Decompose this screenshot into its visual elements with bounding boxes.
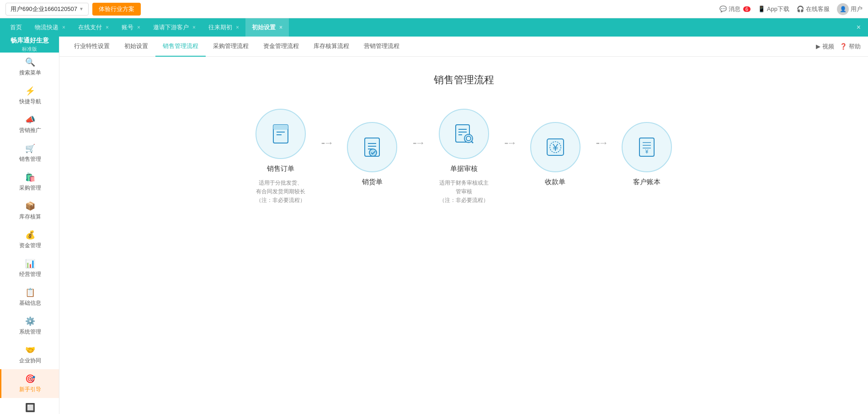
user-name-label: 用户 bbox=[851, 5, 863, 13]
app-download-label: App下载 bbox=[767, 5, 789, 13]
experience-btn[interactable]: 体验行业方案 bbox=[92, 3, 141, 16]
lightning-icon: ⚡ bbox=[25, 86, 35, 96]
svg-rect-4 bbox=[273, 125, 288, 130]
flow-circle-sales-order bbox=[256, 109, 306, 159]
flow-circle-delivery bbox=[347, 122, 397, 172]
sidebar-item-sales[interactable]: 🛒 销售管理 bbox=[0, 139, 59, 168]
online-service-btn[interactable]: 🎧 在线客服 bbox=[797, 5, 830, 13]
chart-icon: 📊 bbox=[25, 259, 35, 269]
download-icon: 📱 bbox=[758, 5, 765, 12]
message-badge: 6 bbox=[743, 6, 751, 12]
sidebar-quicknav-label: 快捷导航 bbox=[19, 98, 41, 106]
content-area: 行业特性设置 初始设置 销售管理流程 采购管理流程 资金管理流程 库存核算流程 … bbox=[59, 37, 868, 414]
box-icon: 📦 bbox=[25, 201, 35, 211]
help-label: 帮助 bbox=[849, 42, 861, 51]
user-selector[interactable]: 用户690企业1660120507 ▼ bbox=[5, 3, 89, 16]
subtab-finance-flow[interactable]: 资金管理流程 bbox=[256, 37, 306, 57]
tab-payment-close[interactable]: × bbox=[106, 24, 109, 31]
tab-home[interactable]: 首页 bbox=[4, 18, 28, 37]
subtab-init-settings[interactable]: 初始设置 bbox=[117, 37, 155, 57]
tab-period[interactable]: 往来期初 × bbox=[202, 18, 245, 37]
sidebar-item-search[interactable]: 🔍 搜索菜单 bbox=[0, 53, 59, 81]
user-avatar-btn[interactable]: 👤 用户 bbox=[837, 3, 863, 15]
flow-step-receipt[interactable]: ¥ 收款单 bbox=[519, 122, 592, 192]
sidebar-item-marketing[interactable]: 📣 营销推广 bbox=[0, 110, 59, 139]
step-name-receipt: 收款单 bbox=[545, 178, 565, 186]
flow-arrow-4: ···→ bbox=[596, 137, 607, 176]
bag-icon: 🛍️ bbox=[25, 172, 35, 182]
sidebar-item-quick-nav[interactable]: ⚡ 快捷导航 bbox=[0, 81, 59, 110]
main-layout: 畅库通好生意 标准版 🔍 搜索菜单 ⚡ 快捷导航 📣 营销推广 🛒 销售管理 🛍… bbox=[0, 37, 868, 414]
app-download-btn[interactable]: 📱 App下载 bbox=[758, 5, 789, 13]
subtab-inventoryflow-label: 库存核算流程 bbox=[314, 42, 349, 50]
sidebar-item-newbie[interactable]: 🎯 新手引导 bbox=[0, 369, 59, 398]
subtab-initsettings-label: 初始设置 bbox=[124, 42, 148, 50]
sidebar-item-system[interactable]: ⚙️ 系统管理 bbox=[0, 312, 59, 340]
sidebar-entcoop-label: 企业协同 bbox=[19, 357, 41, 365]
subtab-purchase-flow[interactable]: 采购管理流程 bbox=[206, 37, 256, 57]
sidebar-item-basic-info[interactable]: 📋 基础信息 bbox=[0, 283, 59, 312]
handshake-icon: 🤝 bbox=[25, 345, 35, 355]
flow-circle-customer-account: ¥ bbox=[622, 122, 672, 172]
tab-account-close[interactable]: × bbox=[137, 24, 140, 31]
tab-home-label: 首页 bbox=[10, 23, 22, 32]
svg-text:¥: ¥ bbox=[552, 142, 559, 153]
flow-title: 销售管理流程 bbox=[78, 73, 850, 87]
step-desc-sales-order: 适用于分批发货、有合同发货周期较长（注：非必要流程） bbox=[256, 179, 305, 205]
subtab-marketing-flow[interactable]: 营销管理流程 bbox=[357, 37, 407, 57]
video-btn[interactable]: ▶ 视频 bbox=[816, 42, 834, 51]
cart-icon: 🛒 bbox=[25, 143, 35, 154]
logo-sub: 标准版 bbox=[22, 46, 37, 53]
flow-circle-doc-review bbox=[439, 109, 489, 159]
tab-logistics[interactable]: 物流快递 × bbox=[28, 18, 72, 37]
close-all-tabs-btn[interactable]: × bbox=[853, 23, 864, 32]
gear-icon: ⚙️ bbox=[25, 316, 35, 326]
message-icon: 💬 bbox=[719, 5, 727, 12]
flow-step-sales-order[interactable]: 销售订单 适用于分批发货、有合同发货周期较长（注：非必要流程） bbox=[244, 109, 317, 205]
sidebar-system-label: 系统管理 bbox=[19, 328, 41, 336]
sub-tabs-right: ▶ 视频 ❓ 帮助 bbox=[816, 42, 861, 51]
play-icon: ▶ bbox=[816, 43, 820, 50]
subtab-industry[interactable]: 行业特性设置 bbox=[67, 37, 117, 57]
tab-payment[interactable]: 在线支付 × bbox=[72, 18, 115, 37]
tab-period-close[interactable]: × bbox=[236, 24, 239, 31]
tab-invite[interactable]: 邀请下游客户 × bbox=[147, 18, 202, 37]
top-bar-right: 💬 消息 6 📱 App下载 🎧 在线客服 👤 用户 bbox=[719, 3, 863, 15]
tab-init-close[interactable]: × bbox=[279, 24, 282, 31]
tab-invite-label: 邀请下游客户 bbox=[153, 23, 189, 32]
flow-step-delivery[interactable]: 销货单 bbox=[335, 122, 409, 192]
step-name-delivery: 销货单 bbox=[362, 178, 383, 186]
subtab-inventory-flow[interactable]: 库存核算流程 bbox=[306, 37, 357, 57]
tab-logistics-label: 物流快递 bbox=[35, 23, 59, 32]
sidebar-item-finance[interactable]: 💰 资金管理 bbox=[0, 225, 59, 254]
message-btn[interactable]: 💬 消息 6 bbox=[719, 5, 751, 13]
flow-step-doc-review[interactable]: 单据审核 适用于财务审核或主管审核（注：非必要流程） bbox=[427, 109, 501, 205]
tab-invite-close[interactable]: × bbox=[192, 24, 196, 31]
flow-arrow-3: ···→ bbox=[504, 137, 515, 176]
grid-icon: 🔲 bbox=[25, 403, 35, 413]
tab-account-label: 账号 bbox=[122, 23, 133, 32]
user-label: 用户690企业1660120507 bbox=[11, 5, 77, 13]
sidebar-item-app-center[interactable]: 🔲 应用中心 bbox=[0, 398, 59, 414]
step-desc-doc-review: 适用于财务审核或主管审核（注：非必要流程） bbox=[439, 179, 489, 205]
sidebar-item-purchase[interactable]: 🛍️ 采购管理 bbox=[0, 168, 59, 196]
sidebar-logo: 畅库通好生意 标准版 bbox=[0, 37, 59, 53]
step-name-sales-order: 销售订单 bbox=[267, 165, 294, 173]
tab-logistics-close[interactable]: × bbox=[62, 24, 65, 31]
help-btn[interactable]: ❓ 帮助 bbox=[840, 42, 861, 51]
tab-period-label: 往来期初 bbox=[208, 23, 232, 32]
sidebar-basicinfo-label: 基础信息 bbox=[19, 299, 41, 307]
sidebar-marketing-label: 营销推广 bbox=[19, 127, 41, 134]
sidebar-item-inventory[interactable]: 📦 库存核算 bbox=[0, 196, 59, 225]
sidebar-item-operations[interactable]: 📊 经营管理 bbox=[0, 254, 59, 283]
sidebar-item-enterprise-coop[interactable]: 🤝 企业协同 bbox=[0, 340, 59, 369]
subtab-financeflow-label: 资金管理流程 bbox=[263, 42, 299, 50]
flow-content: 销售管理流程 销售订单 适用于分批 bbox=[59, 57, 868, 414]
search-icon: 🔍 bbox=[25, 57, 35, 67]
sidebar-operations-label: 经营管理 bbox=[19, 271, 41, 278]
flow-step-customer-account[interactable]: ¥ 客户账本 bbox=[610, 122, 683, 192]
tab-account[interactable]: 账号 × bbox=[115, 18, 147, 37]
tab-init[interactable]: 初始设置 × bbox=[245, 18, 289, 37]
subtab-sales-flow[interactable]: 销售管理流程 bbox=[155, 37, 206, 57]
video-label: 视频 bbox=[822, 42, 834, 51]
